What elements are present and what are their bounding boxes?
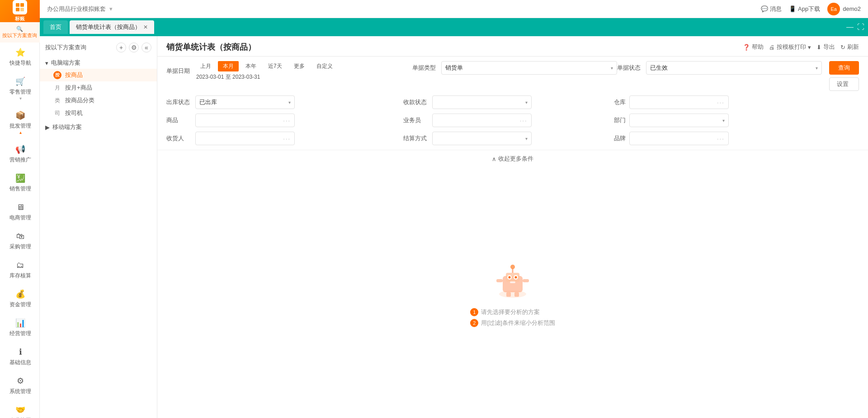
date-pill-thismonth[interactable]: 本月 [218, 61, 239, 71]
query-button[interactable]: 查询 [829, 61, 859, 75]
sidebar-item-system[interactable]: ⚙ 系统管理 [0, 371, 40, 400]
ecommerce-icon: 🖥 [15, 202, 26, 213]
tree-desktop-label: 电脑端方案 [51, 59, 80, 67]
by-product-icon: 按 [53, 71, 61, 79]
sidebar-item-inventory[interactable]: 🗂 库存核算 [0, 255, 40, 284]
sidebar-item-wholesale[interactable]: 📦 批发管理 ▴ [0, 105, 40, 139]
basic-icon: ℹ [15, 347, 26, 357]
operations-label: 经营管理 [9, 330, 31, 337]
payment-input[interactable]: ▾ [432, 132, 532, 145]
by-driver-label: 按司机 [65, 109, 83, 117]
sidebar-item-marketing[interactable]: 📢 营销推广 [0, 139, 40, 168]
export-btn[interactable]: ⬇ 导出 [816, 43, 835, 51]
tree-child-by-driver[interactable]: 司 按司机 [40, 107, 157, 119]
sidebar-item-operations[interactable]: 📊 经营管理 [0, 313, 40, 342]
out-status-label: 出库状态 [166, 98, 192, 106]
add-scheme-btn[interactable]: + [116, 43, 126, 52]
doc-status-group: 单据状态 已生效 ▾ [617, 61, 822, 75]
app-download-btn[interactable]: 📱 App下载 [789, 5, 820, 13]
payment-group: 结算方式 ▾ [403, 132, 600, 145]
settings-button[interactable]: 设置 [829, 77, 859, 91]
refresh-btn[interactable]: ↻ 刷新 [840, 43, 859, 51]
left-panel-title-text: 按以下方案查询 [45, 43, 86, 52]
tree-mobile[interactable]: ▶ 移动端方案 [40, 121, 157, 133]
sidebar-item-shortcuts[interactable]: ⭐ 快捷导航 [0, 43, 40, 71]
tree-desktop[interactable]: ▾ 电脑端方案 [40, 57, 157, 69]
operations-icon: 📊 [15, 318, 26, 328]
pay-status-group: 收款状态 ▾ [403, 95, 600, 109]
salesperson-label: 业务员 [403, 116, 429, 124]
sidebar-item-retail[interactable]: 🛒 零售管理 ▾ [0, 71, 40, 105]
dropdown-arrow[interactable]: ▾ [109, 5, 113, 12]
filter-section: 单据日期 上月 本月 本年 近7天 更多 自定义 2023-03-01 至 20… [157, 57, 868, 167]
date-pill-more[interactable]: 更多 [289, 61, 310, 71]
logo-text: 标账 [15, 15, 25, 22]
doc-status-label: 单据状态 [617, 64, 642, 72]
date-pill-7days[interactable]: 近7天 [263, 61, 287, 71]
tab-home[interactable]: 首页 [43, 20, 68, 34]
marketing-label: 营销推广 [9, 156, 31, 164]
tree-desktop-arrow: ▾ [45, 60, 48, 66]
left-panel-tools: + ⚙ « [116, 43, 151, 52]
tree-child-by-category[interactable]: 类 按商品分类 [40, 94, 157, 107]
brand-input[interactable]: ··· [629, 132, 729, 145]
pay-status-input[interactable]: ▾ [432, 95, 532, 109]
sidebar-item-enterprise[interactable]: 🤝 企业协同 [0, 400, 40, 418]
collapse-btn[interactable]: ∧ 收起更多条件 [485, 152, 541, 166]
print-btn[interactable]: 🖨 按模板打印 ▾ [769, 43, 811, 51]
sidebar-item-finance[interactable]: 💰 资金管理 [0, 284, 40, 313]
brand-label: 品牌 [600, 134, 626, 142]
by-product-label: 按商品 [65, 71, 83, 79]
sidebar-item-purchase[interactable]: 🛍 采购管理 [0, 226, 40, 255]
svg-rect-11 [510, 281, 515, 283]
salesperson-input[interactable]: ··· [432, 114, 532, 127]
sidebar: 标账 🔍 按以下方案查询 ⭐ 快捷导航 🛒 零售管理 ▾ 📦 批发管理 ▴ 📢 … [0, 0, 40, 418]
receiver-group: 收货人 ··· [166, 132, 403, 145]
message-btn[interactable]: 💬 消息 [761, 5, 782, 13]
date-pill-thisyear[interactable]: 本年 [241, 61, 261, 71]
date-pill-custom[interactable]: 自定义 [311, 61, 338, 71]
warehouse-group: 仓库 ··· [600, 95, 797, 109]
doc-type-input[interactable]: 销货单 ▾ [441, 61, 617, 75]
minimize-icon[interactable]: — [846, 23, 854, 31]
receiver-dots: ··· [283, 135, 291, 142]
sidebar-item-ecommerce[interactable]: 🖥 电商管理 [0, 197, 40, 226]
sidebar-item-basic[interactable]: ℹ 基础信息 [0, 342, 40, 371]
collapse-panel-btn[interactable]: « [142, 43, 151, 52]
user-area[interactable]: Ea demo2 [827, 3, 861, 15]
receiver-input[interactable]: ··· [195, 132, 295, 145]
out-status-input[interactable]: 已出库 ▾ [195, 95, 295, 109]
sidebar-item-sales[interactable]: 💹 销售管理 [0, 168, 40, 197]
tab-sales-stat[interactable]: 销货单统计表（按商品） ✕ [70, 20, 154, 34]
warehouse-dots: ··· [717, 99, 725, 106]
scheme-tree: ▾ 电脑端方案 按 按商品 月 按月+商品 类 按商品分类 司 按司机 [40, 55, 157, 135]
by-month-product-label: 按月+商品 [65, 84, 92, 92]
search-label: 按以下方案查询 [2, 32, 37, 39]
download-icon: 📱 [789, 5, 796, 12]
date-range-text: 2023-03-01 至 2023-03-31 [195, 73, 338, 81]
tree-child-by-product[interactable]: 按 按商品 [40, 69, 157, 81]
salesperson-dots: ··· [520, 117, 528, 124]
date-pill-lastmonth[interactable]: 上月 [195, 61, 216, 71]
by-category-icon: 类 [53, 96, 61, 104]
tree-child-by-month-product[interactable]: 月 按月+商品 [40, 81, 157, 94]
shortcuts-icon: ⭐ [15, 47, 26, 58]
doc-type-chevron: ▾ [611, 66, 613, 71]
warehouse-input[interactable]: ··· [629, 95, 729, 109]
product-input[interactable]: ··· [195, 114, 295, 127]
print-icon: 🖨 [769, 44, 775, 51]
export-icon: ⬇ [816, 44, 821, 51]
doc-status-input[interactable]: 已生效 ▾ [646, 61, 822, 75]
svg-point-10 [515, 276, 517, 279]
help-btn[interactable]: ❓ 帮助 [743, 43, 764, 51]
basic-label: 基础信息 [9, 359, 31, 366]
shortcuts-label: 快捷导航 [9, 59, 31, 67]
avatar-initials: Ea [831, 6, 837, 12]
tab-close-icon[interactable]: ✕ [143, 24, 148, 30]
refresh-icon: ↻ [840, 44, 845, 51]
settings-scheme-btn[interactable]: ⚙ [129, 43, 139, 52]
maximize-icon[interactable]: ⛶ [857, 23, 864, 31]
department-input[interactable]: ▾ [629, 114, 729, 127]
finance-label: 资金管理 [9, 301, 31, 309]
sidebar-search[interactable]: 🔍 按以下方案查询 [0, 22, 40, 43]
